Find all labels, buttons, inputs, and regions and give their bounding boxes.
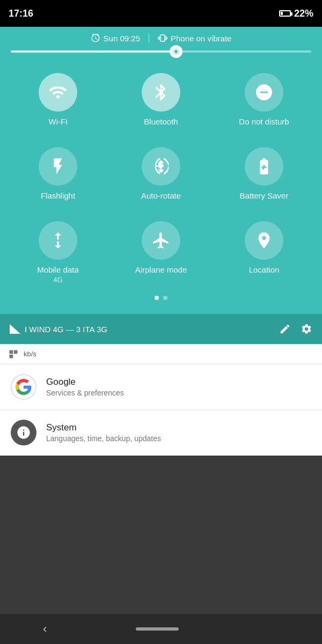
brightness-row[interactable]	[9, 50, 313, 53]
autorotate-icon-wrap	[142, 147, 180, 186]
system-subtitle: Languages, time, backup, updates	[46, 434, 161, 443]
svg-rect-3	[10, 354, 13, 358]
dnd-icon-wrap	[245, 73, 283, 112]
svg-rect-2	[14, 350, 18, 354]
battery-icon	[279, 10, 291, 17]
settings-item-google[interactable]: Google Services & preferences	[0, 364, 322, 410]
vibrate-info: Phone on vibrate	[158, 33, 231, 43]
page-dots	[9, 296, 313, 300]
brightness-thumb	[170, 45, 182, 58]
settings-gear-icon[interactable]	[301, 323, 312, 335]
alarm-info: Sun 09:25	[91, 33, 140, 43]
mobile-data-sublabel: 4G	[53, 276, 62, 284]
alarm-time: Sun 09:25	[104, 34, 140, 43]
status-bar: 17:16 22%	[0, 0, 322, 27]
location-label: Location	[249, 265, 280, 275]
qs-bottom-bar: I WIND 4G — 3 ITA 3G	[0, 314, 322, 344]
kbs-icon	[9, 349, 18, 359]
battery-saver-label: Battery Saver	[240, 191, 289, 201]
alarm-icon	[91, 33, 100, 43]
location-icon	[254, 231, 274, 250]
airplane-icon	[151, 231, 171, 250]
tile-mobile-data[interactable]: Mobile data 4G	[9, 211, 107, 290]
tile-battery-saver[interactable]: Battery Saver	[215, 137, 313, 207]
svg-marker-0	[10, 324, 20, 334]
google-title: Google	[46, 377, 124, 387]
bluetooth-icon-wrap	[142, 73, 180, 112]
tile-bluetooth[interactable]: Bluetooth	[112, 63, 210, 133]
signal-icon	[10, 324, 20, 334]
system-item-text: System Languages, time, backup, updates	[46, 422, 161, 443]
location-icon-wrap	[245, 221, 283, 260]
system-icon-wrap	[11, 420, 36, 445]
vibrate-icon	[158, 33, 167, 43]
clock: 17:16	[9, 8, 33, 19]
mobile-data-icon	[48, 231, 68, 250]
google-icon-wrap	[11, 374, 36, 400]
brightness-fill	[11, 50, 176, 53]
bluetooth-icon	[151, 83, 171, 102]
network-text: I WIND 4G — 3 ITA 3G	[25, 325, 107, 334]
qs-bottom-icons	[279, 323, 312, 335]
autorotate-label: Auto-rotate	[141, 191, 181, 201]
vibrate-text: Phone on vibrate	[171, 34, 231, 43]
google-logo-icon	[16, 379, 32, 395]
flashlight-icon-wrap	[39, 147, 77, 186]
tiles-grid: Wi-Fi Bluetooth Do not disturb	[9, 63, 313, 290]
google-item-text: Google Services & preferences	[46, 377, 124, 397]
kbs-bar: kb/s	[0, 344, 322, 364]
mobile-data-icon-wrap	[39, 221, 77, 260]
wifi-label: Wi-Fi	[49, 117, 68, 127]
settings-item-system[interactable]: System Languages, time, backup, updates	[0, 410, 322, 456]
battery-saver-icon	[254, 157, 274, 176]
bluetooth-label: Bluetooth	[144, 117, 178, 127]
dnd-label: Do not disturb	[239, 117, 289, 127]
airplane-label: Airplane mode	[135, 265, 187, 275]
dot-2	[163, 296, 167, 300]
svg-rect-1	[10, 350, 13, 354]
brightness-track[interactable]	[11, 50, 311, 53]
google-subtitle: Services & preferences	[46, 389, 124, 397]
tile-autorotate[interactable]: Auto-rotate	[112, 137, 210, 207]
info-bar: Sun 09:25 Phone on vibrate	[9, 33, 313, 43]
nav-bar: ‹	[0, 614, 322, 644]
dnd-icon	[254, 83, 274, 102]
tile-flashlight[interactable]: Flashlight	[9, 137, 107, 207]
airplane-icon-wrap	[142, 221, 180, 260]
battery-saver-icon-wrap	[245, 147, 283, 186]
flashlight-label: Flashlight	[41, 191, 75, 201]
tile-wifi[interactable]: Wi-Fi	[9, 63, 107, 133]
wifi-icon-wrap	[39, 73, 77, 112]
network-info: I WIND 4G — 3 ITA 3G	[10, 324, 273, 334]
brightness-icon	[172, 48, 180, 55]
dot-1	[155, 296, 159, 300]
edit-icon[interactable]	[279, 323, 291, 335]
status-bar-right: 22%	[279, 8, 313, 19]
back-button[interactable]: ‹	[43, 622, 47, 636]
system-info-icon	[16, 425, 31, 440]
autorotate-icon	[151, 157, 171, 176]
tile-location[interactable]: Location	[215, 211, 313, 290]
mobile-data-label: Mobile data	[37, 265, 79, 275]
tile-dnd[interactable]: Do not disturb	[215, 63, 313, 133]
battery-percent: 22%	[294, 8, 313, 19]
info-divider	[149, 33, 149, 43]
quick-settings-panel: Sun 09:25 Phone on vibrate	[0, 27, 322, 314]
flashlight-icon	[48, 157, 68, 176]
kbs-text: kb/s	[24, 350, 36, 358]
system-title: System	[46, 422, 161, 433]
settings-area: kb/s Google Services & preferences Syste…	[0, 344, 322, 456]
tile-airplane[interactable]: Airplane mode	[112, 211, 210, 290]
home-pill[interactable]	[136, 627, 179, 631]
wifi-icon	[48, 83, 68, 102]
